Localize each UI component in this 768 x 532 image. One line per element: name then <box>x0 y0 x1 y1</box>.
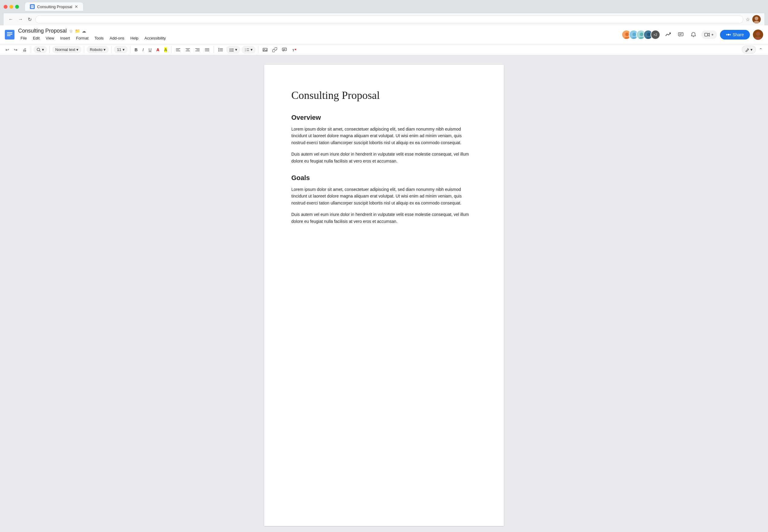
document-page[interactable]: Consulting Proposal Overview Lorem ipsum… <box>264 65 504 526</box>
svg-text:T: T <box>292 48 295 52</box>
redo-button[interactable]: ↪ <box>12 46 19 53</box>
close-window-button[interactable] <box>4 5 8 9</box>
browser-profile-icon[interactable] <box>752 15 761 24</box>
svg-rect-1 <box>31 6 33 6</box>
svg-point-16 <box>647 33 651 36</box>
doc-title[interactable]: Consulting Proposal <box>18 28 67 34</box>
overview-paragraph-2[interactable]: Duis autem vel eum iriure dolor in hendr… <box>291 151 477 164</box>
svg-marker-48 <box>218 51 220 52</box>
align-left-button[interactable] <box>174 46 182 53</box>
doc-title-row: Consulting Proposal ☆ 📁 ☁ <box>18 28 618 34</box>
align-center-button[interactable] <box>183 46 192 53</box>
menu-tools[interactable]: Tools <box>92 35 106 42</box>
share-button-label: Share <box>733 32 744 37</box>
svg-rect-7 <box>7 32 12 33</box>
text-style-dropdown[interactable]: Normal text ▾ <box>52 46 81 53</box>
bullet-list-arrow: ▾ <box>235 47 237 52</box>
text-style-label: Normal text <box>55 47 75 52</box>
font-size-dropdown[interactable]: 11 ▾ <box>114 46 127 53</box>
doc-title-area: Consulting Proposal ☆ 📁 ☁ File Edit View… <box>18 28 618 42</box>
forward-button[interactable]: → <box>17 15 24 23</box>
menu-addons[interactable]: Add-ons <box>107 35 126 42</box>
highlight-button[interactable]: A <box>162 46 169 53</box>
user-profile-avatar[interactable] <box>753 30 763 40</box>
align-right-button[interactable] <box>193 46 202 53</box>
star-icon[interactable]: ☆ <box>69 29 73 33</box>
numbered-list-button[interactable]: 1.2. ▾ <box>242 46 256 54</box>
svg-rect-18 <box>678 33 683 36</box>
editing-mode-dropdown[interactable]: ▾ <box>742 46 756 54</box>
menu-accessibility[interactable]: Accessibility <box>142 35 168 42</box>
svg-point-14 <box>640 33 643 36</box>
goals-paragraph-2[interactable]: Duis autem vel eum iriure dolor in hendr… <box>291 211 477 225</box>
zoom-dropdown-arrow: ▾ <box>42 47 44 52</box>
goals-paragraph-1[interactable]: Lorem ipsum dolor sit amet, consectetuer… <box>291 186 477 206</box>
header-right: +2 Share <box>622 30 763 40</box>
svg-point-28 <box>754 36 762 40</box>
justify-button[interactable] <box>203 46 211 53</box>
zoom-button[interactable]: ▾ <box>33 46 47 53</box>
comments-icon-button[interactable] <box>676 30 686 40</box>
page-area: Consulting Proposal Overview Lorem ipsum… <box>0 55 768 532</box>
bullet-list-button[interactable]: ▾ <box>226 46 240 54</box>
svg-point-5 <box>754 21 760 24</box>
line-spacing-button[interactable] <box>217 46 225 53</box>
minimize-window-button[interactable] <box>9 5 13 9</box>
share-button[interactable]: Share <box>720 30 750 40</box>
font-arrow: ▾ <box>103 47 106 52</box>
document-main-title[interactable]: Consulting Proposal <box>291 89 477 102</box>
svg-point-10 <box>625 33 629 36</box>
menu-view[interactable]: View <box>43 35 56 42</box>
meet-icon-button[interactable] <box>701 30 717 39</box>
expand-toolbar-button[interactable]: ⌃ <box>757 46 764 53</box>
app-header: Consulting Proposal ☆ 📁 ☁ File Edit View… <box>0 25 768 44</box>
toolbar-divider-2 <box>49 46 50 53</box>
menu-insert[interactable]: Insert <box>58 35 72 42</box>
print-button[interactable]: 🖨 <box>21 46 28 53</box>
menu-edit[interactable]: Edit <box>30 35 42 42</box>
undo-button[interactable]: ↩ <box>4 46 11 53</box>
text-color-button[interactable]: A <box>154 46 161 53</box>
activity-icon-button[interactable] <box>663 30 673 40</box>
notifications-icon-button[interactable] <box>689 30 698 40</box>
back-button[interactable]: ← <box>7 15 14 23</box>
svg-text:2.: 2. <box>245 50 246 52</box>
svg-point-13 <box>631 37 638 40</box>
svg-rect-9 <box>7 35 11 36</box>
underline-button[interactable]: U <box>147 46 153 53</box>
tab-close-button[interactable]: ✕ <box>75 4 78 9</box>
browser-chrome: Consulting Proposal ✕ ← → ↻ ☆ <box>0 0 768 25</box>
app-logo <box>5 30 14 40</box>
font-dropdown[interactable]: Roboto ▾ <box>87 46 109 53</box>
svg-rect-22 <box>705 33 708 36</box>
italic-button[interactable]: I <box>141 46 145 53</box>
numbered-list-arrow: ▾ <box>251 47 253 52</box>
tab-favicon <box>30 4 35 9</box>
svg-point-12 <box>633 33 636 36</box>
svg-point-4 <box>755 17 758 20</box>
font-label: Roboto <box>90 47 102 52</box>
svg-point-11 <box>624 37 630 40</box>
bold-button[interactable]: B <box>133 46 139 53</box>
menu-format[interactable]: Format <box>74 35 91 42</box>
address-input[interactable] <box>35 15 743 24</box>
bookmark-icon[interactable]: ☆ <box>746 17 750 22</box>
menu-help[interactable]: Help <box>128 35 141 42</box>
insert-comment-button[interactable] <box>280 46 289 53</box>
formatting-toolbar: ↩ ↪ 🖨 ▾ Normal text ▾ Roboto ▾ 11 ▾ B <box>0 44 768 55</box>
overview-section: Overview Lorem ipsum dolor sit amet, con… <box>291 114 477 164</box>
maximize-window-button[interactable] <box>15 5 19 9</box>
svg-rect-6 <box>5 30 14 40</box>
menu-file[interactable]: File <box>18 35 29 42</box>
active-tab[interactable]: Consulting Proposal ✕ <box>25 2 83 11</box>
toolbar-divider-8 <box>258 46 259 53</box>
refresh-button[interactable]: ↻ <box>27 15 33 24</box>
insert-image-button[interactable] <box>261 46 269 53</box>
folder-icon[interactable]: 📁 <box>75 29 80 33</box>
clear-formatting-button[interactable]: T <box>290 46 298 53</box>
goals-heading: Goals <box>291 174 477 182</box>
svg-line-30 <box>40 50 41 52</box>
insert-link-button[interactable] <box>271 46 279 53</box>
overview-paragraph-1[interactable]: Lorem ipsum dolor sit amet, consectetuer… <box>291 126 477 146</box>
cloud-icon[interactable]: ☁ <box>82 29 86 33</box>
